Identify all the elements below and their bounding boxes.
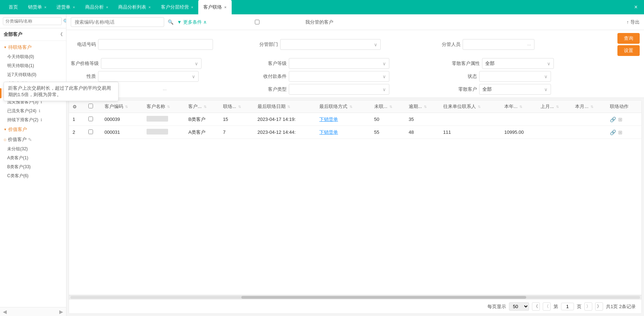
sidebar-item-class-a[interactable]: A类客户(1) — [0, 154, 66, 162]
table-scroll-wrap[interactable]: ⚙ 客户编码 ⇅ 客户名称 ⇅ — [69, 100, 641, 295]
close-sales-order-icon[interactable]: × — [44, 5, 46, 9]
row2-last-method[interactable]: 下销货单 — [316, 126, 370, 139]
window-close-icon[interactable]: × — [631, 4, 640, 10]
prev-page-button[interactable]: 〈 — [543, 302, 551, 311]
col-contact-person[interactable]: 往来单位联系人 ⇅ — [440, 100, 501, 113]
sidebar-value-group-edit-icon[interactable]: ✎ — [28, 137, 32, 142]
row2-link-icon[interactable]: 🔗 — [610, 129, 616, 135]
sidebar-search-area: 🔍 — [0, 14, 66, 28]
table-settings-icon[interactable]: ⚙ — [73, 104, 77, 109]
sidebar-item-declining[interactable]: 持续下滑客户(2) ℹ — [0, 115, 66, 124]
customer-type-select[interactable]: ∨ — [289, 84, 389, 95]
col-last-contact-method[interactable]: 最后联络方式 ⇅ — [316, 100, 370, 113]
nav-home[interactable]: 首页 — [4, 0, 23, 14]
main-layout: 🔍 全部客户 《 待联络客户 今天待联络(0) 明天待联络(1) 近7天待联络(… — [0, 14, 644, 316]
export-button[interactable]: ↑ 导出 — [627, 19, 640, 25]
last-page-button[interactable]: 》 — [595, 302, 603, 311]
gender-select[interactable]: ∨ — [98, 71, 199, 82]
nav-product-analysis[interactable]: 商品分析 × — [80, 0, 113, 14]
retail-customer-select[interactable]: 全部 ∨ — [479, 84, 551, 95]
sidebar-item-7days[interactable]: 近7天待联络(0) — [0, 70, 66, 79]
dots-button[interactable]: ··· — [163, 87, 167, 92]
row2-grid-icon[interactable]: ⊞ — [618, 129, 622, 135]
row2-method-link[interactable]: 下销货单 — [319, 129, 338, 135]
customer-grade-select[interactable]: ∨ — [289, 58, 389, 69]
row1-link-icon[interactable]: 🔗 — [610, 117, 616, 122]
retail-attr-select[interactable]: 全部 ∨ — [482, 58, 554, 69]
row2-checkbox[interactable] — [88, 129, 93, 134]
nav-customer-tier[interactable]: 客户分层经营 × — [156, 0, 198, 14]
col-customer-code[interactable]: 客户编码 ⇅ — [101, 100, 143, 113]
sidebar-prev-arrow[interactable]: ◀ — [3, 309, 7, 315]
sidebar-item-class-c[interactable]: C类客户(6) — [0, 171, 66, 180]
sort-contact-person-icon: ⇅ — [478, 105, 481, 109]
sidebar-group-value[interactable]: 价值客户 — [0, 124, 66, 135]
pay-term-select[interactable]: ∨ — [289, 71, 389, 82]
nav-purchase-order[interactable]: 进货单 × — [51, 0, 80, 14]
col-last-contact-date[interactable]: 最后联络日期 ⇅ — [254, 100, 316, 113]
sidebar-item-today[interactable]: 今天待联络(0) — [0, 52, 66, 61]
row1-method-link[interactable]: 下销货单 — [319, 117, 338, 122]
first-page-button[interactable]: 《 — [532, 302, 540, 311]
sidebar-group-pending[interactable]: 待联络客户 — [0, 42, 66, 52]
sidebar-collapse-icon[interactable]: 《 — [58, 32, 62, 38]
manager-select[interactable]: ··· — [463, 39, 534, 50]
sidebar-item-unclassified[interactable]: 未分组(32) — [0, 145, 66, 154]
row1-grid-icon[interactable]: ⊞ — [618, 117, 622, 122]
page-number-input[interactable] — [561, 303, 574, 310]
phone-label: 电话号码 — [71, 41, 96, 48]
sidebar-next-arrow[interactable]: ▶ — [59, 309, 63, 315]
top-nav: 首页 销货单 × 进货单 × 商品分析 × 商品分析列表 × 客户分层经营 × … — [0, 0, 644, 14]
row1-actions: 🔗 ⊞ — [606, 113, 641, 126]
filter-search-icon[interactable]: 🔍 — [168, 19, 173, 25]
next-page-button[interactable]: 〉 — [584, 302, 592, 311]
row2-this-year: 10995.00 — [501, 126, 537, 139]
nav-sales-order[interactable]: 销货单 × — [23, 0, 51, 14]
col-this-year[interactable]: 本年... ⇅ — [501, 100, 537, 113]
more-filters-button[interactable]: ▼ 更多条件 ∧ — [177, 19, 207, 25]
sidebar-value-group-expand[interactable]: ○ — [4, 137, 6, 142]
col-customer-type[interactable]: 客户... ⇅ — [185, 100, 219, 113]
nav-product-analysis-list[interactable]: 商品分析列表 × — [113, 0, 156, 14]
filter-pay-term-section: 收付款条件 ∨ — [261, 71, 449, 82]
sidebar-search-input[interactable] — [3, 17, 62, 25]
row2-checkbox-cell — [85, 126, 101, 139]
query-button[interactable]: 查询 — [617, 33, 640, 44]
row1-last-method[interactable]: 下销货单 — [316, 113, 370, 126]
dept-select[interactable]: ∨ — [280, 39, 381, 50]
col-customer-name[interactable]: 客户名称 ⇅ — [143, 100, 185, 113]
close-product-analysis-icon[interactable]: × — [106, 5, 108, 9]
settings-button[interactable]: 设置 — [617, 45, 640, 56]
nav-customer-contact[interactable]: 客户联络 × — [198, 0, 231, 14]
col-this-month[interactable]: 本月... ⇅ — [571, 100, 606, 113]
row1-contact-count: 15 — [219, 113, 254, 126]
my-customers-filter[interactable]: 我分管的客户 — [210, 19, 333, 25]
per-page-select[interactable]: 50 20 100 — [509, 302, 529, 311]
col-contact-count[interactable]: 联络... ⇅ — [219, 100, 254, 113]
sidebar-item-class-b[interactable]: B类客户(33) — [0, 162, 66, 171]
col-last-month[interactable]: 上月... ⇅ — [537, 100, 571, 113]
status-select[interactable]: ∨ — [479, 71, 551, 82]
close-customer-tier-icon[interactable]: × — [191, 5, 193, 9]
filter-retail-customer-section: 零散客户 全部 ∨ — [452, 84, 640, 95]
horizontal-scrollbar[interactable] — [69, 295, 641, 299]
row2-actions: 🔗 ⊞ — [606, 126, 641, 139]
close-customer-contact-icon[interactable]: × — [224, 5, 226, 9]
row1-checkbox[interactable] — [88, 117, 93, 121]
phone-input[interactable] — [98, 39, 213, 50]
col-overdue[interactable]: 逾期... ⇅ — [405, 100, 440, 113]
sidebar-item-churned[interactable]: 已流失客户(24) ℹ — [0, 107, 66, 115]
close-product-analysis-list-icon[interactable]: × — [148, 5, 150, 9]
sidebar-item-tomorrow[interactable]: 明天待联络(1) — [0, 61, 66, 70]
sidebar-search-icon[interactable]: 🔍 — [63, 19, 66, 24]
search-input[interactable] — [71, 17, 164, 27]
close-purchase-order-icon[interactable]: × — [73, 5, 75, 9]
select-all-checkbox[interactable] — [88, 104, 93, 108]
dept-label: 分管部门 — [253, 41, 278, 48]
my-customers-checkbox[interactable] — [210, 20, 304, 24]
sort-this-month-icon: ⇅ — [590, 105, 593, 109]
col-settings[interactable]: ⚙ — [69, 100, 85, 113]
col-uncontacted[interactable]: 未联... ⇅ — [371, 100, 405, 113]
price-grade-select[interactable]: ∨ — [101, 58, 201, 69]
status-label: 状态 — [452, 73, 477, 80]
